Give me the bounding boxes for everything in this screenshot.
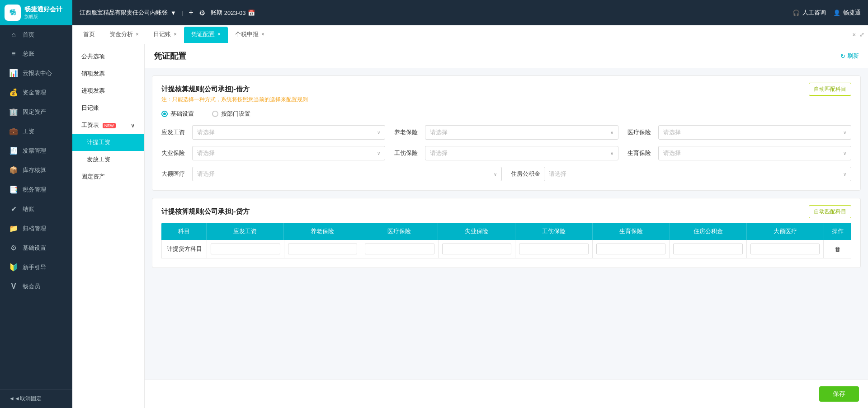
tab-close-all-button[interactable]: ×: [852, 31, 856, 38]
chevron-down-icon: ∨: [843, 172, 846, 177]
sidebar-item-tax[interactable]: 📑 税务管理: [0, 180, 72, 199]
select-unemployment[interactable]: 请选择 ∨: [192, 146, 385, 160]
sidebar-item-ledger[interactable]: ≡ 总账: [0, 44, 72, 63]
tab-bar: 首页 资金分析 × 日记账 × 凭证配置 × 个税申报 × × ⤢: [72, 25, 868, 44]
left-nav-journal[interactable]: 日记账: [72, 99, 144, 117]
refresh-button[interactable]: ↻ 刷新: [840, 52, 859, 60]
settings-icon[interactable]: ⚙: [199, 9, 205, 17]
left-nav-pay-salary[interactable]: 发放工资: [72, 151, 144, 168]
radio-by-dept-circle: [212, 111, 218, 117]
unpin-button[interactable]: ◄◄取消固定: [0, 389, 72, 408]
user-service-button[interactable]: 🎧 人工咨询: [793, 9, 826, 17]
radio-basic[interactable]: 基础设置: [161, 110, 194, 118]
td-birth-input[interactable]: [593, 240, 670, 258]
sidebar-item-guide[interactable]: 🔰 新手引导: [0, 258, 72, 277]
field-housing-fund: 住房公积金 请选择 ∨: [511, 167, 851, 181]
input-pension[interactable]: [288, 244, 358, 254]
sidebar-item-salary[interactable]: 💼 工资: [0, 122, 72, 141]
company-selector[interactable]: 江西服宝精品有限责任公司内账张 ▼: [80, 9, 176, 17]
sidebar-item-archive[interactable]: 📁 归档管理: [0, 219, 72, 238]
label-medical: 医疗保险: [627, 128, 655, 136]
select-medical[interactable]: 请选择 ∨: [658, 125, 851, 140]
add-account-button[interactable]: +: [189, 8, 193, 18]
input-housing-fund[interactable]: [673, 244, 743, 254]
sidebar-item-reports[interactable]: 📊 云报表中心: [0, 63, 72, 83]
select-large-medical[interactable]: 请选择 ∨: [192, 167, 502, 181]
inventory-icon: 📦: [9, 166, 18, 174]
td-pension-input[interactable]: [284, 240, 362, 258]
user-account[interactable]: 👤 畅捷通: [833, 9, 861, 17]
left-nav-public[interactable]: 公共选项: [72, 48, 144, 65]
tab-home[interactable]: 首页: [76, 27, 102, 43]
tab-voucher-config-close[interactable]: ×: [217, 31, 221, 38]
refresh-icon: ↻: [840, 53, 845, 60]
th-action: 操作: [824, 223, 851, 240]
radio-by-dept[interactable]: 按部门设置: [212, 110, 250, 118]
tab-journal-close[interactable]: ×: [174, 31, 177, 38]
input-birth[interactable]: [596, 244, 666, 254]
td-delete-button[interactable]: 🗑: [824, 240, 851, 258]
fixed-icon: 🏢: [9, 108, 18, 116]
sidebar-nav: ⌂ 首页 ≡ 总账 📊 云报表中心 💰 资金管理 🏢 固定资产 💼 工资 🧾 发…: [0, 25, 72, 389]
left-nav-salary-group[interactable]: 工资表 NEW ∨: [72, 117, 144, 134]
debit-section: 计提核算规则(公司承担)-借方 自动匹配科目 注：只能选择一种方式，系统将按照您…: [152, 75, 861, 191]
input-medical[interactable]: [365, 244, 434, 254]
td-large-medical-input[interactable]: [747, 240, 824, 258]
salary-icon: 💼: [9, 127, 18, 136]
calendar-icon[interactable]: 📅: [248, 9, 255, 16]
th-pension: 养老保险: [284, 223, 361, 240]
debit-auto-match-button[interactable]: 自动匹配科目: [809, 83, 851, 96]
radio-basic-circle: [161, 111, 168, 117]
td-work-injury-input[interactable]: [515, 240, 593, 258]
select-pension[interactable]: 请选择 ∨: [425, 125, 618, 140]
tab-voucher-config[interactable]: 凭证配置 ×: [184, 27, 228, 43]
tab-tax-report[interactable]: 个税申报 ×: [228, 27, 272, 43]
input-large-medical[interactable]: [750, 244, 820, 254]
debit-form-grid: 应发工资 请选择 ∨ 养老保险 请选择 ∨: [161, 125, 851, 160]
sidebar-item-home[interactable]: ⌂ 首页: [0, 25, 72, 44]
input-applied-salary[interactable]: [211, 244, 280, 254]
td-unemployment-input[interactable]: [439, 240, 516, 258]
sidebar-item-invoice[interactable]: 🧾 发票管理: [0, 141, 72, 160]
logo-text: 畅捷通好会计 旗舰版: [24, 5, 62, 20]
th-work-injury: 工伤保险: [515, 223, 593, 240]
tab-expand-button[interactable]: ⤢: [859, 31, 864, 38]
label-housing-fund: 住房公积金: [511, 170, 540, 178]
td-housing-fund-input[interactable]: [670, 240, 747, 258]
page-header: 凭证配置 ↻ 刷新: [145, 44, 868, 68]
left-nav-fixed[interactable]: 固定资产: [72, 168, 144, 185]
left-nav-calc-salary[interactable]: 计提工资: [72, 134, 144, 151]
td-medical-input[interactable]: [361, 240, 439, 258]
debit-section-note: 注：只能选择一种方式，系统将按照您当前的选择来配置规则: [161, 96, 851, 103]
select-work-injury[interactable]: 请选择 ∨: [425, 146, 618, 160]
select-housing-fund[interactable]: 请选择 ∨: [544, 167, 851, 181]
sidebar-item-settings[interactable]: ⚙ 基础设置: [0, 238, 72, 258]
credit-auto-match-button[interactable]: 自动匹配科目: [809, 205, 851, 218]
th-subject: 科目: [161, 223, 207, 240]
tab-funds[interactable]: 资金分析 ×: [102, 27, 146, 43]
label-work-injury: 工伤保险: [394, 149, 421, 157]
save-button[interactable]: 保存: [819, 386, 859, 402]
sidebar-item-closing[interactable]: ✔ 结账: [0, 199, 72, 219]
tab-funds-close[interactable]: ×: [136, 31, 139, 38]
input-unemployment[interactable]: [442, 244, 512, 254]
sidebar-item-vip[interactable]: V 畅会员: [0, 277, 72, 296]
label-large-medical: 大额医疗: [161, 170, 189, 178]
select-birth[interactable]: 请选择 ∨: [658, 146, 851, 160]
td-applied-salary-input[interactable]: [207, 240, 284, 258]
sidebar-item-funds[interactable]: 💰 资金管理: [0, 83, 72, 102]
label-unemployment: 失业保险: [161, 149, 189, 157]
left-nav-sales[interactable]: 销项发票: [72, 65, 144, 82]
ledger-icon: ≡: [9, 50, 18, 58]
sidebar-item-fixed[interactable]: 🏢 固定资产: [0, 102, 72, 122]
tab-tax-report-close[interactable]: ×: [261, 31, 264, 38]
th-housing-fund: 住房公积金: [670, 223, 747, 240]
radio-group: 基础设置 按部门设置: [161, 110, 851, 118]
select-applied-salary[interactable]: 请选择 ∨: [192, 125, 385, 140]
input-work-injury[interactable]: [519, 244, 589, 254]
chevron-down-icon: ∨: [131, 122, 135, 129]
tab-journal[interactable]: 日记账 ×: [146, 27, 184, 43]
th-large-medical: 大额医疗: [747, 223, 824, 240]
left-nav-purchase[interactable]: 进项发票: [72, 82, 144, 99]
sidebar-item-inventory[interactable]: 📦 库存核算: [0, 160, 72, 180]
